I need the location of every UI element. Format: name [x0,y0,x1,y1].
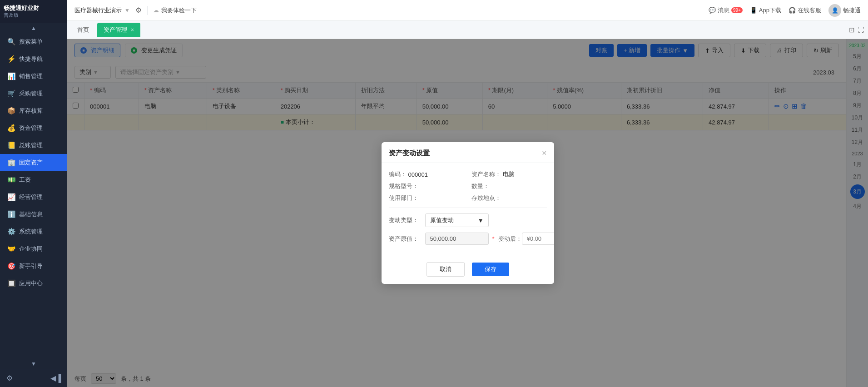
sidebar-item-salary[interactable]: 💵 工资 [0,171,67,189]
topbar: 医疗器械行业演示 ▼ ⚙ ☁ 我要体验一下 💬 消息 99+ 📱 App下载 [67,0,868,21]
download-label: App下载 [759,6,781,15]
asset-name-value: 电脑 [503,170,515,179]
sidebar-item-search[interactable]: 🔍 搜索菜单 [0,33,67,50]
topbar-divider [147,6,148,15]
sidebar-item-label: 系统管理 [19,228,43,236]
dialog-asset-value-row: 资产原值： 50,000.00 * 变动后： [389,233,547,245]
tab-home-label: 首页 [77,26,89,34]
qty-label: 数量： [471,182,489,190]
sidebar-item-system[interactable]: ⚙️ 系统管理 [0,223,67,240]
sidebar-item-label: 经营管理 [19,193,43,201]
tab-home[interactable]: 首页 [71,23,95,37]
sidebar-item-collab[interactable]: 🤝 企业协同 [0,240,67,258]
sidebar-item-nav[interactable]: ⚡ 快捷导航 [0,50,67,68]
sidebar-item-purchase[interactable]: 🛒 采购管理 [0,85,67,102]
support-label: 在线客服 [798,6,821,15]
dialog-info-dept: 使用部门： [389,194,464,202]
apps-icon: 🔲 [7,279,15,288]
sidebar-scroll-up[interactable]: ▲ [0,23,67,33]
dialog-info-grid: 编码： 000001 资产名称： 电脑 规格型号： [389,170,547,202]
building-icon: 🏢 [7,159,15,167]
sidebar-item-apps[interactable]: 🔲 应用中心 [0,275,67,292]
sidebar-item-sales[interactable]: 📊 销售管理 [0,68,67,85]
chart-icon: 📊 [7,72,15,80]
sidebar-header: 畅捷通好业财 普及版 [0,0,67,23]
tabbar-actions: ⊡ ⛶ [849,26,864,34]
collapse-icon[interactable]: ◀▐ [50,374,61,382]
dialog-header: 资产变动设置 × [382,142,554,163]
content-area: ■ 资产明细 ■ 变更生成凭证 对账 + 新增 批量操作 [67,39,868,387]
sidebar-scroll-down[interactable]: ▼ [0,359,67,369]
dept-label: 使用部门： [389,194,418,202]
experience-label: 我要体验一下 [161,6,197,15]
box-icon: 📦 [7,107,15,115]
ledger-icon: 📒 [7,141,15,149]
sidebar-item-label: 总账管理 [19,141,43,149]
location-label: 存放地点： [471,194,501,202]
after-change-input[interactable] [522,233,554,245]
user-menu[interactable]: 👤 畅捷通 [828,4,861,17]
spec-label: 规格型号： [389,182,418,190]
experience-btn[interactable]: ☁ 我要体验一下 [153,6,197,15]
dialog-info-name: 资产名称： 电脑 [471,170,547,179]
cancel-button[interactable]: 取消 [427,262,465,277]
message-badge: 99+ [731,7,743,13]
change-type-label: 变动类型： [389,216,425,224]
cloud-icon: ☁ [153,7,159,14]
info-icon: ℹ️ [7,210,15,218]
company-dropdown-icon: ▼ [124,7,130,14]
sidebar-item-label: 快捷导航 [19,55,43,63]
search-icon: 🔍 [7,38,15,46]
system-icon: ⚙️ [7,228,15,236]
sidebar-item-ledger[interactable]: 📒 总账管理 [0,137,67,154]
dialog-info-code: 编码： 000001 [389,170,464,179]
dialog-info-location: 存放地点： [471,194,547,202]
tab-close-icon[interactable]: × [131,27,134,33]
sidebar-item-basic-info[interactable]: ℹ️ 基础信息 [0,206,67,223]
dialog-overlay: 资产变动设置 × 编码： 000001 资产名称： 电脑 [67,39,868,387]
sidebar-item-label: 工资 [19,176,31,184]
settings-icon[interactable]: ⚙ [6,374,13,382]
app-name: 畅捷通好业财 [4,5,39,12]
download-icon: 📱 [750,7,757,14]
messages-label: 消息 [718,6,729,15]
company-selector[interactable]: 医疗器械行业演示 ▼ [74,6,130,15]
save-button[interactable]: 保存 [472,263,509,276]
tab-asset-management[interactable]: 资产管理 × [97,23,140,37]
tab-maximize-btn[interactable]: ⛶ [858,26,864,34]
dialog-close-button[interactable]: × [542,149,547,158]
operations-icon: 📈 [7,193,15,201]
main-area: 医疗器械行业演示 ▼ ⚙ ☁ 我要体验一下 💬 消息 99+ 📱 App下载 [67,0,868,387]
tab-asset-label: 资产管理 [104,26,127,34]
required-star: * [492,235,495,242]
code-value: 000001 [408,171,428,178]
sidebar-item-guide[interactable]: 🎯 新手引导 [0,258,67,275]
guide-icon: 🎯 [7,262,15,270]
sidebar-item-fixed-assets[interactable]: 🏢 固定资产 [0,154,67,171]
sidebar-item-inventory[interactable]: 📦 库存核算 [0,102,67,119]
collab-icon: 🤝 [7,245,15,253]
sidebar-item-label: 企业协同 [19,245,43,253]
company-name: 医疗器械行业演示 [74,6,122,15]
sidebar-item-label: 库存核算 [19,107,43,115]
change-type-dropdown-icon: ▼ [478,217,484,224]
salary-icon: 💵 [7,176,15,184]
sidebar-item-label: 采购管理 [19,89,43,98]
change-type-select[interactable]: 原值变动 ▼ [425,213,489,227]
tab-window-restore-btn[interactable]: ⊡ [849,26,855,34]
download-btn[interactable]: 📱 App下载 [750,6,781,15]
after-change-label: 变动后： [498,235,522,243]
cart-icon: 🛒 [7,89,15,98]
sidebar: 畅捷通好业财 普及版 ▲ 🔍 搜索菜单 ⚡ 快捷导航 📊 销售管理 🛒 采购 [0,0,67,387]
asset-name-label: 资产名称： [471,170,501,179]
username: 畅捷通 [843,6,861,15]
sidebar-item-label: 销售管理 [19,72,43,80]
support-btn[interactable]: 🎧 在线客服 [789,6,821,15]
messages-btn[interactable]: 💬 消息 99+ [709,6,743,15]
dialog-info-qty: 数量： [471,182,547,190]
sidebar-item-label: 基础信息 [19,210,43,218]
topbar-settings-icon[interactable]: ⚙ [135,6,142,15]
sidebar-item-operations[interactable]: 📈 经营管理 [0,189,67,206]
sidebar-item-finance[interactable]: 💰 资金管理 [0,119,67,137]
sidebar-footer: ⚙ ◀▐ [0,369,67,387]
